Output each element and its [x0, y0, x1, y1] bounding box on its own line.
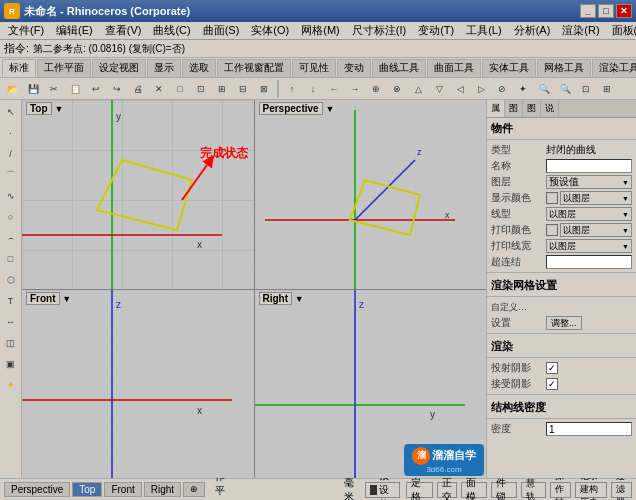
- menu-item-e[interactable]: 编辑(E): [50, 22, 99, 40]
- status-tab-extra[interactable]: ⊕: [183, 482, 205, 497]
- tb-btn-21[interactable]: ▽: [429, 79, 449, 99]
- menu-item-i[interactable]: 尺寸标注(I): [346, 22, 412, 40]
- smart-track-btn[interactable]: 智慧轨迹: [521, 482, 546, 498]
- ortho-btn[interactable]: 正交: [437, 482, 457, 498]
- tb-btn-12[interactable]: ⊠: [254, 79, 274, 99]
- tb-btn-17[interactable]: →: [345, 79, 365, 99]
- toolbar-tab-11[interactable]: 网格工具: [537, 59, 591, 77]
- prop-dispcolor-box[interactable]: [546, 192, 558, 204]
- tb-btn-16[interactable]: ←: [324, 79, 344, 99]
- toolbar-tab-6[interactable]: 可见性: [292, 59, 336, 77]
- viewport-perspective[interactable]: z x Perspective ▼: [255, 100, 487, 289]
- menu-item-s[interactable]: 曲面(S): [197, 22, 246, 40]
- status-tab-top[interactable]: Top: [72, 482, 102, 497]
- rp-tab-layers[interactable]: 图: [505, 100, 523, 117]
- cast-shadow-checkbox[interactable]: [546, 362, 558, 374]
- toolbar-tab-10[interactable]: 实体工具: [482, 59, 536, 77]
- toolbar-tab-2[interactable]: 设定视图: [92, 59, 146, 77]
- rp-tab-help[interactable]: 说: [541, 100, 559, 117]
- vp-right-name[interactable]: Right: [259, 292, 293, 305]
- maximize-button[interactable]: □: [598, 4, 614, 18]
- vp-front-name[interactable]: Front: [26, 292, 60, 305]
- vp-front-label[interactable]: Front ▼: [26, 292, 71, 305]
- tb-btn-3[interactable]: 📋: [65, 79, 85, 99]
- toolbar-tab-4[interactable]: 选取: [182, 59, 216, 77]
- prop-layer-dropdown[interactable]: 预设值 ▼: [546, 175, 632, 189]
- menu-item-p[interactable]: 面板(P): [606, 22, 636, 40]
- vp-top-menu[interactable]: ▼: [54, 104, 63, 114]
- toolbar-tab-3[interactable]: 显示: [147, 59, 181, 77]
- menu-item-t[interactable]: 变动(T): [412, 22, 460, 40]
- toolbar-tab-8[interactable]: 曲线工具: [372, 59, 426, 77]
- minimize-button[interactable]: _: [580, 4, 596, 18]
- tb-btn-23[interactable]: ▷: [471, 79, 491, 99]
- toolbar-tab-0[interactable]: 标准: [2, 59, 36, 77]
- tb-btn-4[interactable]: ↩: [86, 79, 106, 99]
- tb-btn-19[interactable]: ⊗: [387, 79, 407, 99]
- menu-item-r[interactable]: 渲染(R): [556, 22, 605, 40]
- status-tab-perspective[interactable]: Perspective: [4, 482, 70, 497]
- menu-item-m[interactable]: 网格(M): [295, 22, 346, 40]
- filter-btn[interactable]: 过滤器: [611, 482, 632, 498]
- vp-perspective-menu[interactable]: ▼: [325, 104, 334, 114]
- prop-dispcolor-dropdown[interactable]: 以图层 ▼: [560, 191, 632, 205]
- viewport-top[interactable]: x y Top ▼: [22, 100, 254, 289]
- prop-name-input[interactable]: [546, 159, 632, 173]
- osnap-btn[interactable]: 物件锁点: [491, 482, 517, 498]
- tb-btn-26[interactable]: 🔍: [534, 79, 554, 99]
- status-tab-right[interactable]: Right: [144, 482, 181, 497]
- vp-front-menu[interactable]: ▼: [62, 294, 71, 304]
- surface-tool[interactable]: ◫: [1, 333, 21, 353]
- solid-tool[interactable]: ▣: [1, 354, 21, 374]
- rectangle-tool[interactable]: □: [1, 249, 21, 269]
- menu-item-a[interactable]: 分析(A): [508, 22, 557, 40]
- toolbar-tab-12[interactable]: 渲染工具: [592, 59, 636, 77]
- vp-perspective-name[interactable]: Perspective: [259, 102, 323, 115]
- dim-tool[interactable]: ↔: [1, 312, 21, 332]
- history-btn[interactable]: 记录建构历史: [575, 482, 607, 498]
- vp-right-menu[interactable]: ▼: [295, 294, 304, 304]
- tb-btn-11[interactable]: ⊟: [233, 79, 253, 99]
- gumball-btn[interactable]: 操作轴: [550, 482, 571, 498]
- toolbar-tab-7[interactable]: 变动: [337, 59, 371, 77]
- circle-tool[interactable]: ○: [1, 207, 21, 227]
- tb-btn-6[interactable]: 🖨: [128, 79, 148, 99]
- tb-btn-22[interactable]: ◁: [450, 79, 470, 99]
- tb-btn-29[interactable]: ⊞: [597, 79, 617, 99]
- tb-btn-0[interactable]: 📂: [2, 79, 22, 99]
- viewport-front[interactable]: x z Front ▼: [22, 290, 254, 479]
- point-tool[interactable]: ·: [1, 123, 21, 143]
- lock-grid-btn[interactable]: 锁定格点: [406, 482, 432, 498]
- tb-btn-18[interactable]: ⊕: [366, 79, 386, 99]
- toolbar-tab-9[interactable]: 曲面工具: [427, 59, 481, 77]
- menu-item-o[interactable]: 实体(O): [245, 22, 295, 40]
- render-adjust-btn[interactable]: 调整...: [546, 316, 582, 330]
- select-tool[interactable]: ↖: [1, 102, 21, 122]
- menu-item-v[interactable]: 查看(V): [99, 22, 148, 40]
- preset-btn[interactable]: 预设值: [365, 482, 400, 498]
- prop-printcolor-box[interactable]: [546, 224, 558, 236]
- tb-btn-9[interactable]: ⊡: [191, 79, 211, 99]
- tb-btn-24[interactable]: ⊘: [492, 79, 512, 99]
- tb-btn-15[interactable]: ↓: [303, 79, 323, 99]
- vp-top-name[interactable]: Top: [26, 102, 52, 115]
- tb-btn-5[interactable]: ↪: [107, 79, 127, 99]
- rp-tab-properties[interactable]: 属: [487, 100, 505, 117]
- line-tool[interactable]: /: [1, 144, 21, 164]
- tb-btn-7[interactable]: ✕: [149, 79, 169, 99]
- menu-item-c[interactable]: 曲线(C): [147, 22, 196, 40]
- tb-btn-8[interactable]: □: [170, 79, 190, 99]
- toolbar-tab-1[interactable]: 工作平面: [37, 59, 91, 77]
- close-button[interactable]: ✕: [616, 4, 632, 18]
- planar-btn[interactable]: 平面模式: [461, 482, 487, 498]
- tb-btn-2[interactable]: ✂: [44, 79, 64, 99]
- text-tool[interactable]: T: [1, 291, 21, 311]
- transform-tool[interactable]: ✦: [1, 375, 21, 395]
- toolbar-tab-5[interactable]: 工作视窗配置: [217, 59, 291, 77]
- polygon-tool[interactable]: ⬡: [1, 270, 21, 290]
- menu-item-l[interactable]: 工具(L): [460, 22, 507, 40]
- prop-linetype-dropdown[interactable]: 以图层 ▼: [546, 207, 632, 221]
- tb-btn-14[interactable]: ↑: [282, 79, 302, 99]
- tb-btn-25[interactable]: ✦: [513, 79, 533, 99]
- rp-tab-display[interactable]: 图: [523, 100, 541, 117]
